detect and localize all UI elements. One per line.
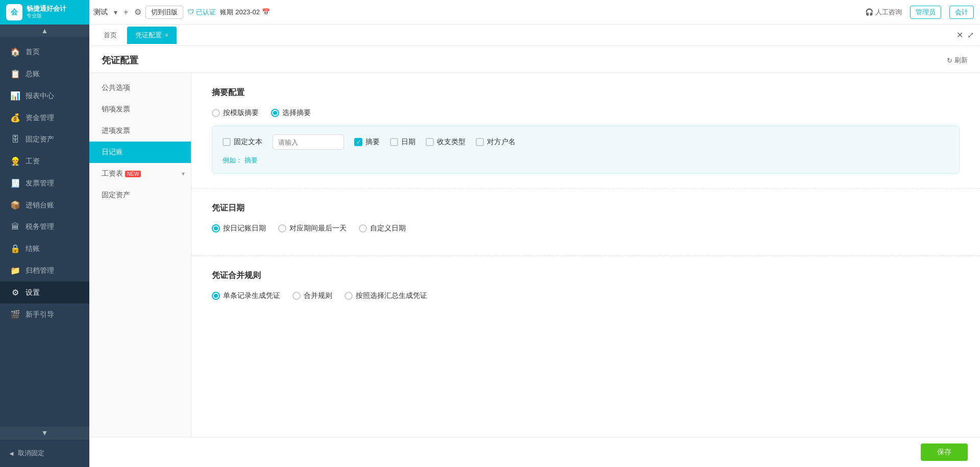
- radio-single[interactable]: 单条记录生成凭证: [212, 291, 280, 300]
- tab-voucher-config[interactable]: 凭证配置 ×: [127, 27, 177, 44]
- menu-item-public[interactable]: 公共选项: [89, 77, 191, 99]
- chevron-down-icon[interactable]: ▾: [114, 8, 117, 16]
- sidebar-item-tax[interactable]: 🏛 税务管理: [0, 216, 89, 238]
- radio-custom-date-circle: [359, 224, 367, 232]
- menu-item-purchase-invoice[interactable]: 进项发票: [89, 120, 191, 142]
- sidebar-item-home[interactable]: 🏠 首页: [0, 41, 89, 63]
- merge-section-title: 凭证合并规则: [212, 270, 960, 281]
- tab-expand: ✕ ⤢: [957, 30, 974, 40]
- sales-icon: 📦: [10, 200, 20, 210]
- sidebar-item-sales[interactable]: 📦 进销台账: [0, 194, 89, 216]
- checkbox-date[interactable]: 日期: [390, 137, 415, 147]
- summary-section: 摘要配置 按模版摘要 选择摘要: [191, 73, 980, 189]
- date-checkbox: [390, 138, 398, 146]
- date-section-title: 凭证日期: [212, 203, 960, 214]
- left-menu: 公共选项 销项发票 进项发票 日记账 工资表 NEW ▾ 固定资产: [89, 73, 191, 437]
- sidebar-item-ledger[interactable]: 📋 总账: [0, 63, 89, 85]
- radio-diary-date-circle: [212, 224, 220, 232]
- config-area: 摘要配置 按模版摘要 选择摘要: [191, 73, 980, 437]
- sidebar-item-guide[interactable]: 🎬 新手引导: [0, 303, 89, 325]
- consult-btn[interactable]: 🎧 人工咨询: [865, 8, 902, 17]
- refresh-icon: ↻: [947, 57, 952, 64]
- radio-select-merge[interactable]: 按照选择汇总生成凭证: [345, 291, 427, 300]
- radio-select-circle: [271, 109, 279, 117]
- new-badge: NEW: [125, 171, 141, 177]
- refresh-btn[interactable]: ↻ 刷新: [947, 56, 968, 65]
- shield-icon: 🛡: [187, 8, 194, 16]
- menu-item-sales-invoice[interactable]: 销项发票: [89, 99, 191, 120]
- tab-home[interactable]: 首页: [95, 27, 125, 44]
- merge-section: 凭证合并规则 单条记录生成凭证 合并规则: [191, 256, 980, 323]
- inner-layout: 公共选项 销项发票 进项发票 日记账 工资表 NEW ▾ 固定资产 摘要配置: [89, 73, 980, 437]
- save-btn[interactable]: 保存: [921, 443, 968, 461]
- radio-custom-date[interactable]: 自定义日期: [359, 224, 406, 233]
- expand-icon[interactable]: ⤢: [967, 30, 974, 40]
- header-right: 🎧 人工咨询 管理员 会计: [865, 6, 974, 19]
- archive-icon: 📁: [10, 266, 20, 275]
- menu-item-payroll[interactable]: 工资表 NEW ▾: [89, 163, 191, 184]
- switch-old-btn[interactable]: 切到旧版: [145, 6, 183, 19]
- cancel-fixed-btn[interactable]: ◄ 取消固定: [0, 445, 89, 462]
- checkbox-counterpart[interactable]: 对方户名: [476, 137, 516, 147]
- menu-item-diary[interactable]: 日记账: [89, 142, 191, 163]
- pin-icon: ◄: [8, 450, 15, 457]
- sidebar-item-close[interactable]: 🔒 结账: [0, 238, 89, 260]
- radio-merge-circle: [292, 292, 301, 300]
- menu-item-fixed-assets[interactable]: 固定资产: [89, 184, 191, 206]
- logo-text: 畅捷通好会计: [27, 5, 66, 13]
- logo-sub: 专业版: [27, 12, 66, 19]
- home-icon: 🏠: [10, 47, 20, 57]
- funds-icon: 💰: [10, 113, 20, 123]
- sidebar-nav: 🏠 首页 📋 总账 📊 报表中心 💰 资金管理 🗄 固定资产 👷 工资: [0, 37, 89, 427]
- sidebar-scroll-up[interactable]: ▲: [0, 25, 89, 37]
- certified-status: 🛡 已认证: [187, 8, 216, 17]
- company-name: 测试: [93, 8, 108, 17]
- admin-btn[interactable]: 管理员: [910, 6, 941, 19]
- page-content: 凭证配置 ↻ 刷新 公共选项 销项发票 进项发票 日记账 工资表 NEW ▾: [89, 46, 980, 437]
- accountant-btn[interactable]: 会计: [949, 6, 974, 19]
- sidebar-item-invoice[interactable]: 🧾 发票管理: [0, 172, 89, 194]
- checkbox-pay-type[interactable]: 收支类型: [426, 137, 465, 147]
- sidebar-item-assets[interactable]: 🗄 固定资产: [0, 129, 89, 150]
- summary-checkbox: ✓: [354, 138, 362, 146]
- summary-sub-config: 固定文本 ✓ 摘要 日期: [212, 126, 960, 174]
- assets-icon: 🗄: [10, 135, 20, 144]
- fixed-text-checkbox: [223, 138, 231, 146]
- close-accounts-icon: 🔒: [10, 244, 20, 253]
- checkbox-fixed-text[interactable]: 固定文本: [223, 137, 262, 147]
- gear-icon[interactable]: ⚙: [134, 7, 141, 17]
- sidebar-item-reports[interactable]: 📊 报表中心: [0, 85, 89, 107]
- guide-icon: 🎬: [10, 310, 20, 319]
- radio-select-merge-circle: [345, 292, 353, 300]
- top-header: 会 畅捷通好会计 专业版 测试 ▾ + ⚙ 切到旧版 🛡 已认证 账期 2023…: [0, 0, 980, 25]
- radio-period-last[interactable]: 对应期间最后一天: [278, 224, 347, 233]
- pay-type-checkbox: [426, 138, 434, 146]
- add-icon[interactable]: +: [124, 8, 128, 17]
- example-text: 例如： 摘要: [223, 156, 949, 165]
- calendar-icon[interactable]: 📅: [262, 8, 270, 16]
- tab-close-icon[interactable]: ×: [165, 32, 168, 39]
- sidebar-item-settings[interactable]: ⚙ 设置: [0, 282, 89, 303]
- headset-icon: 🎧: [865, 8, 873, 16]
- checkbox-summary[interactable]: ✓ 摘要: [354, 137, 380, 147]
- sidebar-item-salary[interactable]: 👷 工资: [0, 150, 89, 172]
- fixed-text-input[interactable]: [273, 134, 344, 150]
- page-header: 凭证配置 ↻ 刷新: [89, 46, 980, 73]
- radio-period-last-circle: [278, 224, 286, 232]
- radio-template-circle: [212, 109, 220, 117]
- counterpart-checkbox: [476, 138, 484, 146]
- ledger-icon: 📋: [10, 69, 20, 79]
- radio-template-summary[interactable]: 按模版摘要: [212, 108, 259, 118]
- merge-radio-group: 单条记录生成凭证 合并规则 按照选择汇总生成凭证: [212, 291, 960, 300]
- sidebar: ▲ 🏠 首页 📋 总账 📊 报表中心 💰 资金管理 🗄 固定资产: [0, 25, 89, 467]
- date-radio-group: 按日记账日期 对应期间最后一天 自定义日期: [212, 224, 960, 233]
- sidebar-item-funds[interactable]: 💰 资金管理: [0, 107, 89, 129]
- sidebar-scroll-down[interactable]: ▼: [0, 427, 89, 439]
- radio-select-summary[interactable]: 选择摘要: [271, 108, 311, 118]
- radio-diary-date[interactable]: 按日记账日期: [212, 224, 266, 233]
- salary-icon: 👷: [10, 156, 20, 166]
- radio-merge[interactable]: 合并规则: [292, 291, 332, 300]
- page-footer: 保存: [89, 437, 980, 467]
- sidebar-item-archive[interactable]: 📁 归档管理: [0, 260, 89, 282]
- close-window-icon[interactable]: ✕: [957, 30, 963, 40]
